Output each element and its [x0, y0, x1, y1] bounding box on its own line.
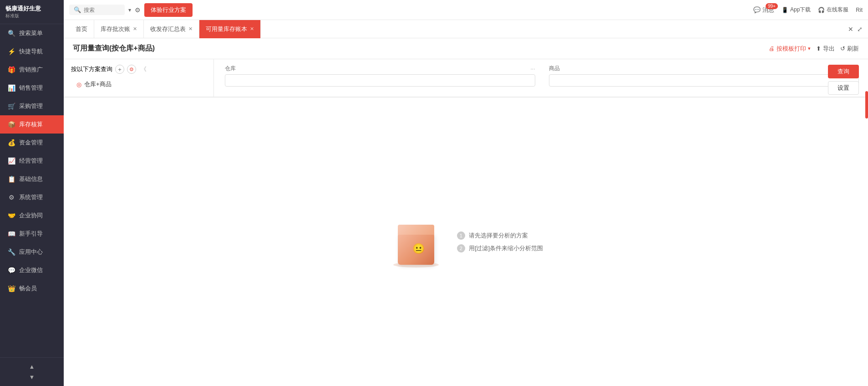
search-input[interactable] — [84, 7, 120, 13]
query-buttons: 查询 设置 — [828, 65, 859, 95]
top-search-box[interactable]: 🔍 — [69, 5, 125, 15]
product-filter-field: 商品 ··· — [549, 65, 859, 87]
chevron-down-icon: ▾ — [808, 46, 811, 51]
tab-bar-right: ✕ ⤢ — [848, 26, 863, 33]
settings-icon[interactable]: ⚙ — [135, 6, 141, 14]
nav-icon: 📋 — [7, 175, 15, 183]
filter-header: 按以下方案查询 + ⚙ 《 — [71, 65, 206, 74]
page-title: 可用量查询(按仓库+商品) — [73, 44, 155, 53]
sidebar-item-应用中心[interactable]: 🔧应用中心 — [0, 243, 64, 261]
nav-icon: ⚙ — [7, 194, 15, 201]
content-area: 可用量查询(按仓库+商品) 🖨 按模板打印 ▾ ⬆ 导出 ↺ 刷新 — [64, 38, 868, 386]
filter-wrapper: 按以下方案查询 + ⚙ 《 ◎ 仓库+商品 仓库 ··· — [64, 59, 868, 97]
tab-可用量库存账本[interactable]: 可用量库存账本✕ — [199, 20, 261, 38]
headset-icon: 🎧 — [818, 7, 825, 13]
search-dropdown-btn[interactable]: ▾ — [128, 7, 131, 13]
empty-illustration-face: 😐 — [412, 243, 425, 255]
nav-icon: 📊 — [7, 84, 15, 92]
nav-icon: 📈 — [7, 157, 15, 165]
warehouse-filter-field: 仓库 ··· — [225, 65, 535, 87]
sidebar-item-营销推广[interactable]: 🎁营销推广 — [0, 61, 64, 79]
top-bar: 🔍 ▾ ⚙ 体验行业方案 💬 消息 99+ 📱 App下载 🎧 在线客服 Rit — [64, 0, 868, 20]
nav-icon: 📖 — [7, 230, 15, 237]
scheme-settings-btn[interactable]: ⚙ — [127, 65, 136, 74]
sidebar-item-资金管理[interactable]: 💰资金管理 — [0, 134, 64, 152]
refresh-icon: ↺ — [840, 45, 845, 52]
nav-icon: ⚡ — [7, 48, 15, 55]
refresh-btn[interactable]: ↺ 刷新 — [840, 45, 859, 53]
sidebar-item-采购管理[interactable]: 🛒采购管理 — [0, 97, 64, 115]
nav-icon: 🛒 — [7, 103, 15, 110]
sidebar-item-系统管理[interactable]: ⚙系统管理 — [0, 188, 64, 206]
scheme-item[interactable]: ◎ 仓库+商品 — [71, 77, 206, 91]
trial-industry-button[interactable]: 体验行业方案 — [144, 3, 193, 17]
sidebar-logo: 畅康通好生意 标准版 — [0, 0, 64, 24]
user-name[interactable]: Rit — [856, 7, 863, 13]
sidebar-item-搜索菜单[interactable]: 🔍搜索菜单 — [0, 24, 64, 42]
sidebar-item-企业微信[interactable]: 💬企业微信 — [0, 261, 64, 279]
scroll-down-btn[interactable]: ▼ — [0, 372, 64, 382]
right-scrollbar[interactable] — [865, 91, 868, 118]
app-name: 畅康通好生意 — [5, 5, 58, 13]
filter-left-panel: 按以下方案查询 + ⚙ 《 ◎ 仓库+商品 — [64, 59, 214, 97]
tab-首页[interactable]: 首页 — [69, 20, 94, 38]
sidebar-bottom: ▲ ▼ — [0, 357, 64, 386]
app-download-btn[interactable]: 📱 App下载 — [782, 6, 811, 14]
empty-hint-2: 2 用[过滤]条件来缩小分析范围 — [457, 244, 543, 252]
sidebar-item-畅会员[interactable]: 👑畅会员 — [0, 279, 64, 298]
sidebar-item-经营管理[interactable]: 📈经营管理 — [0, 152, 64, 170]
nav-icon: 🔧 — [7, 248, 15, 256]
message-btn[interactable]: 💬 消息 99+ — [753, 6, 774, 14]
sidebar-item-基础信息[interactable]: 📋基础信息 — [0, 170, 64, 188]
empty-hint-1: 1 请先选择要分析的方案 — [457, 232, 543, 240]
collapse-filter-btn[interactable]: 《 — [141, 65, 147, 73]
tab-close-icon[interactable]: ✕ — [188, 26, 193, 32]
scheme-label: 仓库+商品 — [84, 80, 112, 88]
nav-icon: 🔍 — [7, 30, 15, 37]
close-tab-btn[interactable]: ✕ — [848, 26, 853, 33]
nav-icon: 💰 — [7, 139, 15, 146]
empty-illustration: 😐 — [389, 215, 443, 269]
nav-icon: 🎁 — [7, 66, 15, 73]
warehouse-label: 仓库 — [225, 65, 236, 72]
tab-close-icon[interactable]: ✕ — [250, 26, 254, 32]
sidebar-nav: 🔍搜索菜单⚡快捷导航🎁营销推广📊销售管理🛒采购管理📦库存核算💰资金管理📈经营管理… — [0, 24, 64, 357]
add-scheme-btn[interactable]: + — [115, 65, 124, 74]
warehouse-more-btn[interactable]: ··· — [530, 66, 535, 72]
query-button[interactable]: 查询 — [828, 65, 859, 78]
message-badge: 99+ — [766, 3, 778, 9]
sidebar-item-销售管理[interactable]: 📊销售管理 — [0, 79, 64, 97]
tab-close-icon[interactable]: ✕ — [133, 26, 137, 32]
product-label: 商品 — [549, 65, 560, 72]
message-icon: 💬 — [753, 6, 761, 13]
export-icon: ⬆ — [816, 45, 821, 52]
filter-right-panel: 仓库 ··· 商品 ··· 查询 设置 — [214, 59, 868, 97]
page-actions: 🖨 按模板打印 ▾ ⬆ 导出 ↺ 刷新 — [769, 45, 859, 53]
export-btn[interactable]: ⬆ 导出 — [816, 45, 835, 53]
print-icon: 🖨 — [769, 45, 775, 52]
search-icon: 🔍 — [74, 6, 81, 13]
online-service-btn[interactable]: 🎧 在线客服 — [818, 6, 848, 14]
sidebar-item-快捷导航[interactable]: ⚡快捷导航 — [0, 42, 64, 61]
filter-label: 按以下方案查询 — [71, 65, 112, 73]
tab-bar: 首页库存批次账✕收发存汇总表✕可用量库存账本✕ ✕ ⤢ — [64, 20, 868, 38]
product-input[interactable] — [549, 74, 859, 87]
print-template-btn[interactable]: 🖨 按模板打印 ▾ — [769, 45, 811, 53]
empty-state: 😐 1 请先选择要分析的方案 2 用[过滤]条件来缩小分析范围 — [64, 98, 868, 386]
nav-icon: 💬 — [7, 267, 15, 274]
settings-button[interactable]: 设置 — [828, 81, 859, 95]
nav-icon: 👑 — [7, 285, 15, 292]
sidebar-item-库存核算[interactable]: 📦库存核算 — [0, 115, 64, 134]
warehouse-input[interactable] — [225, 74, 535, 87]
expand-tab-btn[interactable]: ⤢ — [857, 26, 863, 33]
sidebar: 畅康通好生意 标准版 🔍搜索菜单⚡快捷导航🎁营销推广📊销售管理🛒采购管理📦库存核… — [0, 0, 64, 386]
sidebar-item-新手引导[interactable]: 📖新手引导 — [0, 225, 64, 243]
nav-icon: 📦 — [7, 121, 15, 128]
tab-库存批次账[interactable]: 库存批次账✕ — [94, 20, 144, 38]
scheme-icon: ◎ — [76, 81, 81, 88]
sidebar-item-企业协同[interactable]: 🤝企业协同 — [0, 206, 64, 225]
nav-icon: 🤝 — [7, 212, 15, 219]
scroll-up-btn[interactable]: ▲ — [0, 361, 64, 372]
top-bar-right: 💬 消息 99+ 📱 App下载 🎧 在线客服 Rit — [753, 6, 863, 14]
tab-收发存汇总表[interactable]: 收发存汇总表✕ — [144, 20, 199, 38]
